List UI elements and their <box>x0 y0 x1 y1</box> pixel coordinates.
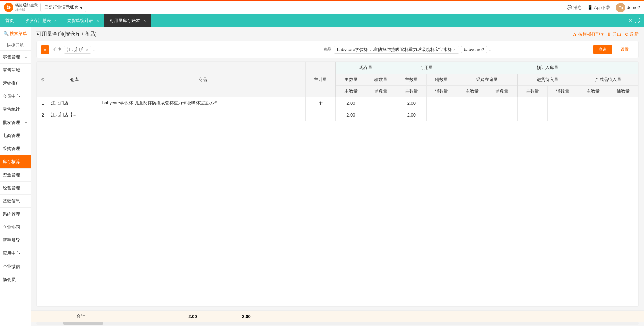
industry-selector[interactable]: 母婴行业演示账套 ▾ <box>40 3 86 12</box>
cell-purchase-transit-aux <box>487 109 517 121</box>
user-area[interactable]: Ea demo2 <box>616 3 640 12</box>
logo-line1: 畅捷通好生意 <box>15 3 38 7</box>
product-tag-0-remove[interactable]: × <box>453 48 455 52</box>
sidebar-item-basic-info[interactable]: 基础信息 <box>0 195 31 208</box>
sidebar-item-retail-stats[interactable]: 零售统计 <box>0 103 31 116</box>
sidebar-search[interactable]: 🔍 搜索菜单 <box>0 27 31 40</box>
sidebar-item-enterprise-wechat[interactable]: 企业微信 <box>0 260 31 273</box>
top-bar-left: 好 畅捷通好生意 标准版 母婴行业演示账套 ▾ <box>4 3 86 12</box>
warehouse-tag-0-remove[interactable]: × <box>86 48 88 52</box>
app-download-label: App下载 <box>594 5 610 11</box>
tab-order-stats-close[interactable]: × <box>97 19 99 23</box>
table-row: 2 江北门店【... 2.00 2.00 <box>37 109 638 121</box>
sidebar-item-finance-mgmt[interactable]: 资金管理 <box>0 169 31 182</box>
search-icon: 🔍 <box>3 31 9 36</box>
cell-product <box>100 109 305 121</box>
gear-icon[interactable]: ⚙ <box>41 77 45 82</box>
tab-receive-summary[interactable]: 收发存汇总表 × <box>19 14 62 27</box>
col-in-aux: 辅数量 <box>547 86 578 97</box>
cell-available-main: 2.00 <box>396 109 426 121</box>
tab-receive-summary-close[interactable]: × <box>54 19 56 23</box>
message-icon: 💬 <box>567 5 572 10</box>
col-pt-aux: 辅数量 <box>487 86 517 97</box>
sidebar-item-member-center[interactable]: 会员中心 <box>0 90 31 103</box>
tab-available-inventory[interactable]: 可用量库存账本 × <box>104 14 151 27</box>
cell-warehouse: 江北门店【... <box>49 109 100 121</box>
warehouse-more[interactable]: ... <box>93 47 96 52</box>
col-cs-aux-qty: 辅数量 <box>366 86 396 97</box>
cell-no: 1 <box>37 97 49 109</box>
filter-bar: » 仓库 江北门店 × ... 商品 babycare学饮杯 儿童防摔防撞吸管杯… <box>36 41 639 58</box>
cell-incoming-main <box>517 97 547 109</box>
industry-label: 母婴行业演示账套 <box>44 4 79 10</box>
app-download-action[interactable]: 📱 App下载 <box>587 5 610 11</box>
tab-fullscreen-btn[interactable]: ⛶ <box>635 18 640 24</box>
cell-production-main <box>578 97 608 109</box>
print-btn[interactable]: 🖨 按模板打印 ▾ <box>572 31 604 37</box>
cell-warehouse: 江北门店 <box>49 97 100 109</box>
sidebar-quick-nav-label: 快捷导航 <box>7 43 24 48</box>
sidebar-item-marketing[interactable]: 营销推广 <box>0 77 31 90</box>
sidebar-item-vip-member[interactable]: 畅会员 <box>0 273 31 286</box>
cell-incoming-aux <box>547 97 578 109</box>
col-main-unit: 主计量 <box>305 62 335 97</box>
product-filter-tags: babycare学饮杯 儿童防摔防撞吸管杯重力球吸嘴杯宝宝水杯 × babyca… <box>334 46 492 54</box>
sidebar-item-wholesale-mgmt-label: 批发管理 <box>3 120 20 126</box>
export-btn[interactable]: ⬇ 导出 <box>607 31 621 37</box>
sidebar-item-retail-mall[interactable]: 零售商城 <box>0 64 31 77</box>
cell-main-unit: 个 <box>305 97 335 109</box>
cell-current-stock-aux <box>366 109 396 121</box>
horizontal-scrollbar[interactable] <box>36 322 639 325</box>
sidebar-item-inventory-check[interactable]: 库存核算 <box>0 155 31 169</box>
tab-order-stats[interactable]: 要货单统计表 × <box>62 14 104 27</box>
message-action[interactable]: 💬 消息 <box>567 5 582 11</box>
cell-available-aux <box>426 97 457 109</box>
sidebar-item-enterprise-collab[interactable]: 企业协同 <box>0 221 31 234</box>
product-tag-1[interactable]: babycare? <box>461 46 487 53</box>
query-button[interactable]: 查询 <box>593 45 612 54</box>
product-tag-0[interactable]: babycare学饮杯 儿童防摔防撞吸管杯重力球吸嘴杯宝宝水杯 × <box>334 46 459 54</box>
total-bar: 合计 2.00 2.00 <box>31 310 644 322</box>
sidebar-item-retail-mgmt[interactable]: 零售管理 ▲ <box>0 51 31 64</box>
sidebar-item-purchase-mgmt-label: 采购管理 <box>3 146 20 152</box>
sidebar-item-new-guide[interactable]: 新手引导 <box>0 234 31 247</box>
sidebar-item-purchase-mgmt[interactable]: 采购管理 <box>0 142 31 155</box>
total-current-stock-main: 2.00 <box>179 314 206 319</box>
filter-action-buttons: 查询 设置 <box>593 45 634 54</box>
chevron-icon: ▲ <box>24 55 28 59</box>
tab-available-inventory-close[interactable]: × <box>144 19 146 23</box>
cell-incoming-main <box>517 109 547 121</box>
filter-toggle-btn[interactable]: » <box>41 45 49 54</box>
col-prod-main: 主数量 <box>578 86 608 97</box>
cell-purchase-transit-main <box>457 109 487 121</box>
col-prod-aux: 辅数量 <box>608 86 638 97</box>
col-warehouse: 仓库 <box>49 62 100 97</box>
sidebar-quick-nav[interactable]: 快捷导航 <box>0 40 31 51</box>
cell-incoming-aux <box>547 109 578 121</box>
sidebar-item-app-center-label: 应用中心 <box>3 250 20 257</box>
sidebar-item-wholesale-mgmt[interactable]: 批发管理 ▼ <box>0 116 31 129</box>
tab-order-stats-label: 要货单统计表 <box>67 18 93 24</box>
sidebar-item-operations-mgmt[interactable]: 经营管理 <box>0 182 31 195</box>
col-current-main: 主数量 <box>336 74 366 86</box>
sidebar-item-ecommerce-mgmt[interactable]: 电商管理 <box>0 129 31 142</box>
warehouse-tag-0[interactable]: 江北门店 × <box>64 46 91 54</box>
col-av-aux-qty: 辅数量 <box>426 86 457 97</box>
col-purchase-transit-group: 采购在途量 <box>457 74 518 86</box>
sidebar-item-enterprise-collab-label: 企业协同 <box>3 224 20 230</box>
sidebar-item-system-mgmt[interactable]: 系统管理 <box>0 208 31 221</box>
logo-area: 好 畅捷通好生意 标准版 <box>4 3 38 12</box>
cell-purchase-transit-main <box>457 97 487 109</box>
product-more[interactable]: ... <box>489 47 492 52</box>
sidebar-item-app-center[interactable]: 应用中心 <box>0 247 31 260</box>
tab-home[interactable]: 首页 <box>0 14 19 27</box>
col-avail-aux: 辅数量 <box>426 74 457 86</box>
setting-button[interactable]: 设置 <box>615 45 634 54</box>
username: demo2 <box>627 5 640 10</box>
chevron-down-icon: ▾ <box>80 5 83 10</box>
tab-close-all-btn[interactable]: × <box>629 18 632 24</box>
sidebar-item-marketing-label: 营销推广 <box>3 80 20 86</box>
sidebar-search-label: 搜索菜单 <box>10 31 27 36</box>
refresh-btn[interactable]: ↻ 刷新 <box>625 31 639 37</box>
scroll-thumb[interactable] <box>63 322 103 325</box>
